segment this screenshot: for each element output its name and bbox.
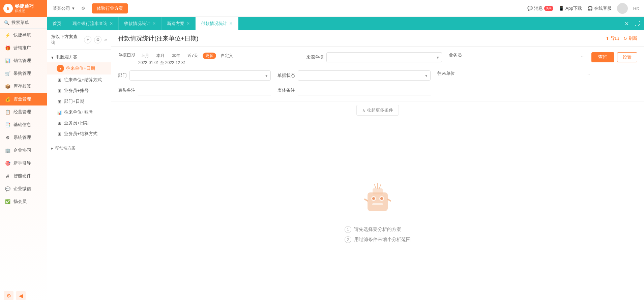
source-select[interactable] bbox=[326, 52, 442, 62]
tip-num-2: 2 bbox=[345, 236, 351, 243]
logo-area: 6 畅捷通巧 标准版 bbox=[0, 0, 47, 17]
online-service-button[interactable]: 🎧 在线客服 bbox=[587, 5, 612, 11]
tab-close-bank-flow[interactable]: ✕ bbox=[110, 21, 113, 26]
quick-nav-icon: ⚡ bbox=[5, 32, 11, 38]
grid-icon-3: ⊞ bbox=[57, 99, 62, 104]
sidebar-item-sales[interactable]: 📊 销售管理 bbox=[0, 54, 47, 67]
voucher-status-select[interactable] bbox=[298, 70, 430, 81]
date-option-this-month[interactable]: 本月 bbox=[154, 52, 167, 59]
filter-row-1: 单据日期 上月 本月 本年 近7天 更多 自定义 20 bbox=[118, 52, 637, 66]
tab-close-new-scheme[interactable]: ✕ bbox=[186, 21, 190, 26]
tree-item-salesman-settlement[interactable]: ⊞ 业务员+结算方式 bbox=[47, 128, 111, 139]
export-button[interactable]: ⬆ 导出 bbox=[606, 35, 619, 41]
sidebar-item-smart[interactable]: 🖨 智能硬件 bbox=[0, 170, 47, 182]
tab-home[interactable]: 首页 bbox=[47, 17, 67, 30]
query-buttons: 查询 设置 bbox=[591, 52, 637, 62]
phone-icon: 📱 bbox=[559, 6, 564, 11]
tab-bank-flow[interactable]: 现金银行流水查询 ✕ bbox=[67, 17, 119, 30]
sidebar-collapse-button[interactable]: ◀ bbox=[16, 291, 26, 300]
sidebar-item-guide[interactable]: 🎯 新手引导 bbox=[0, 157, 47, 170]
user-company[interactable]: 某某公司 ▾ bbox=[53, 5, 75, 11]
empty-illustration bbox=[357, 179, 398, 219]
date-option-7days[interactable]: 近7天 bbox=[185, 52, 201, 59]
date-option-this-year[interactable]: 本年 bbox=[169, 52, 183, 59]
sidebar-item-member[interactable]: ✅ 畅会员 bbox=[0, 195, 47, 208]
filter-area: 单据日期 上月 本月 本年 近7天 更多 自定义 20 bbox=[111, 47, 644, 101]
query-button[interactable]: 查询 bbox=[591, 52, 614, 62]
tree-item-dept-date[interactable]: ⊞ 部门+日期 bbox=[47, 96, 111, 107]
empty-tip-1: 1 请先选择要分析的方案 bbox=[345, 226, 411, 233]
tree-item-salesman-date[interactable]: ⊞ 业务员+日期 bbox=[47, 118, 111, 128]
username-label: Rit bbox=[633, 6, 639, 11]
sidebar-item-enterprise[interactable]: 🏢 企业协同 bbox=[0, 144, 47, 157]
panel-collapse-button[interactable]: « bbox=[104, 37, 107, 42]
right-content: 付款情况统计(往来单位+日期) ⬆ 导出 ↻ 刷新 bbox=[111, 30, 644, 303]
settings-icon: ⚙ bbox=[81, 6, 85, 11]
scheme-settings-button[interactable]: ⚙ bbox=[94, 36, 101, 43]
tree-item-unit-settlement[interactable]: ⊞ 往来单位+结算方式 bbox=[47, 74, 111, 85]
svg-line-7 bbox=[365, 199, 368, 201]
svg-rect-1 bbox=[373, 188, 383, 194]
grid-icon-6: ⊞ bbox=[57, 131, 62, 137]
main-area: 某某公司 ▾ ⚙ 体验行业方案 💬 消息 99+ 📱 App下载 🎧 在线客服 … bbox=[47, 0, 644, 303]
sidebar-item-inventory[interactable]: 📦 库存核算 bbox=[0, 80, 47, 93]
maximize-window-button[interactable]: ⛶ bbox=[633, 20, 641, 28]
tab-receivable-stats[interactable]: 收款情况统计 ✕ bbox=[119, 17, 162, 30]
add-scheme-button[interactable]: + bbox=[84, 36, 91, 43]
user-avatar[interactable] bbox=[617, 3, 628, 14]
scheme-panel: 按以下方案查询 + ⚙ « ▾ 电脑端方案 ● 往来单位+日期 ⊞ bbox=[47, 30, 111, 303]
system-icon: ⚙ bbox=[5, 134, 11, 141]
refresh-button[interactable]: ↻ 刷新 bbox=[623, 35, 637, 41]
tab-payment-stats[interactable]: 付款情况统计 ✕ bbox=[196, 17, 238, 30]
sidebar-settings-button[interactable]: ⚙ bbox=[4, 291, 13, 300]
filter-settings-button[interactable]: 设置 bbox=[617, 52, 637, 62]
date-option-last-month[interactable]: 上月 bbox=[138, 52, 152, 59]
empty-tip-2: 2 用过滤条件来缩小分析范围 bbox=[345, 236, 411, 243]
tree-item-unit-account[interactable]: 📊 往来单位+账号 bbox=[47, 107, 111, 118]
topbar-settings-button[interactable]: ⚙ bbox=[79, 4, 88, 13]
mobile-section-header[interactable]: ▸ 移动端方案 bbox=[47, 143, 111, 153]
sidebar-item-system[interactable]: ⚙ 系统管理 bbox=[0, 131, 47, 144]
sidebar-item-finance[interactable]: 💰 资金管理 bbox=[0, 93, 47, 105]
grid-icon-5: ⊞ bbox=[57, 120, 62, 126]
trial-industry-button[interactable]: 体验行业方案 bbox=[92, 3, 128, 13]
operation-icon: 📋 bbox=[5, 109, 11, 115]
app-download-button[interactable]: 📱 App下载 bbox=[559, 5, 582, 11]
sidebar-item-basic[interactable]: 📑 基础信息 bbox=[0, 118, 47, 131]
tab-new-scheme[interactable]: 新建方案 ✕ bbox=[162, 17, 196, 30]
dept-label: 部门 bbox=[118, 72, 127, 79]
svg-point-4 bbox=[372, 197, 375, 200]
tree-item-unit-date[interactable]: ● 往来单位+日期 bbox=[47, 62, 111, 74]
date-range-display: 2022-01-01 至 2022-12-31 bbox=[138, 60, 236, 66]
tab-close-payment-stats[interactable]: ✕ bbox=[229, 21, 233, 26]
header-note-input[interactable] bbox=[138, 85, 271, 95]
sidebar-item-quick-nav[interactable]: ⚡ 快捷导航 bbox=[0, 29, 47, 41]
desktop-section-header[interactable]: ▾ 电脑端方案 bbox=[47, 52, 111, 62]
tab-close-receivable[interactable]: ✕ bbox=[152, 21, 156, 26]
sidebar-item-marketing[interactable]: 🎁 营销推广 bbox=[0, 41, 47, 54]
grid-icon-1: ⊞ bbox=[57, 77, 62, 83]
partner-item: 往来单位 ... bbox=[437, 70, 590, 77]
messages-button[interactable]: 💬 消息 99+ bbox=[527, 5, 553, 11]
close-window-button[interactable]: ✕ bbox=[622, 20, 631, 28]
source-voucher-item: 来源单据 bbox=[306, 52, 442, 62]
topbar: 某某公司 ▾ ⚙ 体验行业方案 💬 消息 99+ 📱 App下载 🎧 在线客服 … bbox=[47, 0, 644, 17]
search-menu[interactable]: 🔍 搜索菜单 bbox=[0, 17, 47, 29]
svg-rect-0 bbox=[368, 192, 388, 211]
member-icon: ✅ bbox=[5, 199, 11, 205]
body-note-input[interactable] bbox=[298, 85, 430, 95]
page-title: 付款情况统计(往来单位+日期) bbox=[118, 34, 199, 42]
sidebar-item-wechat[interactable]: 💬 企业微信 bbox=[0, 182, 47, 195]
date-option-custom[interactable]: 自定义 bbox=[218, 52, 236, 59]
source-label: 来源单据 bbox=[306, 54, 324, 60]
chevron-right-icon: ▸ bbox=[51, 146, 53, 151]
header-note-item: 表头备注 bbox=[118, 85, 271, 95]
dept-select[interactable] bbox=[129, 70, 271, 81]
date-option-more[interactable]: 更多 bbox=[203, 53, 216, 59]
headset-icon: 🎧 bbox=[587, 6, 593, 11]
sidebar-item-purchase[interactable]: 🛒 采购管理 bbox=[0, 67, 47, 80]
tree-item-salesman-account[interactable]: ⊞ 业务员+账号 bbox=[47, 85, 111, 96]
topbar-right-actions: 💬 消息 99+ 📱 App下载 🎧 在线客服 Rit bbox=[527, 3, 639, 14]
collapse-more-button[interactable]: ∧ 收起更多条件 bbox=[356, 105, 399, 116]
sidebar-item-operation[interactable]: 📋 经营管理 bbox=[0, 105, 47, 118]
